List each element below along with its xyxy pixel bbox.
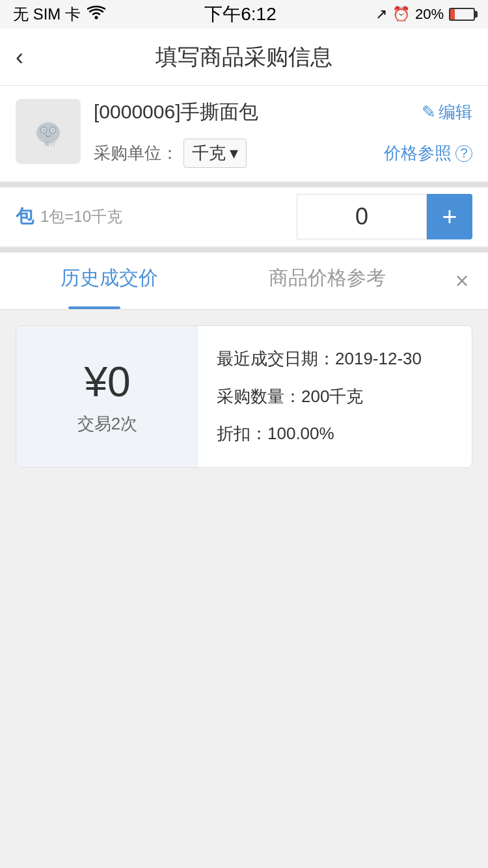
price-amount: ¥0	[84, 358, 130, 406]
unit-label: 采购单位：	[94, 142, 178, 165]
help-icon: ?	[455, 145, 472, 162]
product-header: [0000006]手撕面包 ✎ 编辑	[94, 99, 472, 126]
tab-product-price-ref[interactable]: 商品价格参考	[218, 252, 436, 309]
price-card: ¥0 交易2次 最近成交日期：2019-12-30 采购数量：200千克 折扣：…	[16, 325, 472, 468]
status-left: 无 SIM 卡	[13, 4, 105, 25]
tabs-section: 历史成交价 商品价格参考 ×	[0, 252, 488, 310]
tab-history-price[interactable]: 历史成交价	[0, 252, 218, 309]
location-icon: ↗	[375, 6, 387, 23]
price-ref-label: 价格参照	[384, 142, 452, 165]
edit-label: 编辑	[439, 101, 472, 124]
price-ref-button[interactable]: 价格参照 ?	[384, 142, 472, 165]
wifi-icon	[87, 5, 105, 23]
product-info: [0000006]手撕面包 ✎ 编辑 采购单位： 千克 ▾ 价格参照 ?	[94, 99, 472, 168]
nav-bar: ‹ 填写商品采购信息	[0, 29, 488, 86]
status-right: ↗ ⏰ 20%	[375, 6, 475, 23]
battery-icon	[449, 8, 475, 21]
battery-percent: 20%	[415, 6, 444, 23]
unit-select[interactable]: 千克 ▾	[183, 139, 247, 168]
status-bar: 无 SIM 卡 下午6:12 ↗ ⏰ 20%	[0, 0, 488, 29]
edit-button[interactable]: ✎ 编辑	[422, 101, 472, 124]
detail-discount: 折扣：100.00%	[217, 420, 454, 448]
unit-info: 包 1包=10千克	[16, 204, 122, 229]
content-area: ¥0 交易2次 最近成交日期：2019-12-30 采购数量：200千克 折扣：…	[0, 310, 488, 700]
status-time: 下午6:12	[204, 2, 277, 27]
quantity-plus-button[interactable]: +	[427, 194, 472, 239]
svg-point-0	[95, 16, 98, 20]
quantity-input-wrap: +	[297, 194, 472, 239]
tab-history-label: 历史成交价	[61, 265, 158, 297]
unit-value: 千克	[192, 142, 226, 165]
price-left: ¥0 交易2次	[16, 326, 198, 467]
product-image: 餐计	[16, 99, 81, 164]
divider-2	[0, 247, 488, 252]
unit-icon-label: 包	[16, 204, 34, 229]
detail-qty: 采购数量：200千克	[217, 383, 454, 411]
back-button[interactable]: ‹	[16, 44, 23, 71]
price-right: 最近成交日期：2019-12-30 采购数量：200千克 折扣：100.00%	[198, 326, 472, 467]
quantity-input[interactable]	[297, 194, 427, 239]
edit-icon: ✎	[422, 102, 436, 122]
product-unit-row: 采购单位： 千克 ▾ 价格参照 ?	[94, 139, 472, 168]
quantity-section: 包 1包=10千克 +	[0, 187, 488, 246]
tab-underline	[68, 306, 120, 309]
price-count: 交易2次	[77, 413, 137, 435]
detail-date: 最近成交日期：2019-12-30	[217, 346, 454, 373]
divider	[0, 182, 488, 187]
product-name: [0000006]手撕面包	[94, 99, 258, 126]
close-button[interactable]: ×	[436, 252, 488, 310]
svg-point-6	[43, 129, 45, 131]
product-section: 餐计 [0000006]手撕面包 ✎ 编辑 采购单位： 千克 ▾ 价格参照 ?	[0, 86, 488, 181]
svg-point-7	[52, 129, 54, 131]
alarm-icon: ⏰	[392, 6, 410, 23]
unit-conversion: 1包=10千克	[40, 206, 122, 227]
dropdown-icon: ▾	[230, 143, 238, 163]
page-title: 填写商品采购信息	[156, 42, 332, 72]
svg-text:餐计: 餐计	[44, 141, 56, 147]
carrier-text: 无 SIM 卡	[13, 4, 81, 25]
tab-price-ref-label: 商品价格参考	[269, 265, 386, 297]
